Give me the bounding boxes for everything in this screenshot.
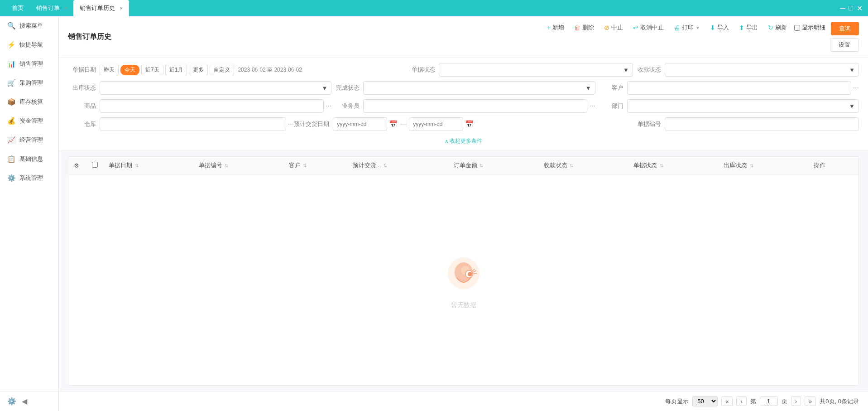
sort-doc-status-icon[interactable]: ⇅ — [660, 163, 663, 168]
select-outbound[interactable]: ▼ — [100, 81, 331, 95]
filter-row-2: 出库状态 ▼ 完成状态 ▼ 客户 ··· — [68, 81, 859, 95]
label-warehouse: 仓库 — [68, 120, 100, 128]
input-product[interactable] — [100, 99, 324, 113]
sidebar-item-inventory[interactable]: 📦 库存核算 — [0, 92, 58, 111]
date-btn-more[interactable]: 更多 — [189, 65, 208, 75]
sidebar-item-quick-nav[interactable]: ⚡ 快捷导航 — [0, 35, 58, 54]
export-icon: ⬆ — [739, 24, 744, 31]
th-doc-status-label: 单据状态 — [633, 162, 657, 169]
th-settings[interactable]: ⚙ — [68, 157, 86, 174]
select-dept[interactable]: ▼ — [627, 99, 859, 113]
input-doc-number[interactable] — [665, 117, 859, 131]
select-doc-status-arrow: ▼ — [623, 67, 629, 73]
th-payment-status[interactable]: 收款状态 ⇅ — [538, 157, 628, 174]
query-button[interactable]: 查询 — [831, 22, 859, 35]
th-date[interactable]: 单据日期 ⇅ — [103, 157, 193, 174]
date-btn-today[interactable]: 今天 — [120, 65, 139, 75]
collapse-filter-btn[interactable]: ∧ 收起更多条件 — [68, 135, 859, 147]
select-complete-arrow: ▼ — [585, 85, 591, 92]
th-outbound-status[interactable]: 出库状态 ⇅ — [718, 157, 808, 174]
th-amount[interactable]: 订单金额 ⇅ — [448, 157, 538, 174]
date-btn-custom[interactable]: 自定义 — [210, 65, 234, 75]
sidebar-item-search-menu[interactable]: 🔍 搜索菜单 — [0, 16, 58, 35]
next-page-btn[interactable]: › — [791, 396, 801, 406]
sidebar: 🔍 搜索菜单 ⚡ 快捷导航 📊 销售管理 🛒 采购管理 📦 库存核算 💰 资金管… — [0, 16, 59, 411]
filter-group-salesperson: 业务员 ··· — [331, 99, 595, 113]
sidebar-bottom: ⚙️ ◀ — [0, 391, 58, 411]
th-number[interactable]: 单据编号 ⇅ — [193, 157, 283, 174]
tab-sales-order[interactable]: 销售订单 × — [30, 0, 73, 16]
minimize-btn[interactable]: ─ — [840, 4, 845, 12]
sort-customer-icon[interactable]: ⇅ — [303, 163, 307, 168]
sidebar-bottom-collapse-icon[interactable]: ◀ — [22, 397, 27, 406]
sidebar-item-purchase-mgmt[interactable]: 🛒 采购管理 — [0, 73, 58, 92]
close-tab-sales-order[interactable]: × — [64, 5, 67, 11]
select-payment-status[interactable]: ▼ — [665, 63, 859, 77]
prev-page-btn[interactable]: ‹ — [736, 396, 746, 406]
stop-button[interactable]: ⊘ 中止 — [601, 22, 626, 34]
first-page-btn[interactable]: « — [721, 396, 733, 406]
calendar-icon-start[interactable]: 📅 — [389, 120, 398, 128]
customer-dots[interactable]: ··· — [853, 84, 859, 92]
th-action: 操作 — [808, 157, 858, 174]
select-all-checkbox[interactable] — [92, 162, 98, 168]
table-settings-icon[interactable]: ⚙ — [74, 162, 79, 169]
delivery-date-start[interactable] — [333, 117, 387, 131]
sidebar-bottom-settings-icon[interactable]: ⚙️ — [7, 397, 16, 406]
sort-amount-icon[interactable]: ⇅ — [480, 163, 483, 168]
input-warehouse[interactable] — [100, 117, 286, 131]
sort-outbound-icon[interactable]: ⇅ — [750, 163, 753, 168]
delivery-date-end[interactable] — [409, 117, 463, 131]
date-btn-1month[interactable]: 近1月 — [165, 65, 187, 75]
refresh-button[interactable]: ↻ 刷新 — [765, 22, 790, 34]
tab-home[interactable]: 首页 — [5, 0, 30, 16]
print-button[interactable]: 🖨 打印 ▼ — [671, 22, 703, 34]
date-btn-yesterday[interactable]: 昨天 — [100, 65, 119, 75]
sidebar-item-operations[interactable]: 📈 经营管理 — [0, 131, 58, 150]
product-dots[interactable]: ··· — [326, 102, 331, 110]
th-doc-status[interactable]: 单据状态 ⇅ — [628, 157, 718, 174]
show-detail-checkbox[interactable] — [794, 25, 800, 31]
sidebar-item-basic-info[interactable]: 📋 基础信息 — [0, 150, 58, 169]
date-btn-7days[interactable]: 近7天 — [141, 65, 163, 75]
sidebar-item-finance[interactable]: 💰 资金管理 — [0, 111, 58, 131]
th-customer[interactable]: 客户 ⇅ — [283, 157, 347, 174]
delete-button[interactable]: 🗑 删除 — [571, 22, 597, 34]
sort-delivery-icon[interactable]: ⇅ — [384, 163, 387, 168]
add-button[interactable]: + 新增 — [544, 22, 567, 34]
select-doc-status[interactable]: ▼ — [439, 63, 633, 77]
filter-row-3: 商品 ··· 业务员 ··· 部门 ▼ — [68, 99, 859, 113]
page-size-select[interactable]: 10 20 50 100 — [692, 396, 718, 406]
warehouse-dots[interactable]: ··· — [288, 120, 294, 128]
sort-payment-status-icon[interactable]: ⇅ — [570, 163, 573, 168]
close-tab-sales-order-history[interactable]: × — [120, 5, 122, 11]
export-button[interactable]: ⬆ 导出 — [736, 22, 761, 34]
calendar-icon-end[interactable]: 📅 — [465, 120, 474, 128]
close-btn-window[interactable]: ✕ — [857, 4, 863, 13]
sort-number-icon[interactable]: ⇅ — [225, 163, 228, 168]
th-delivery[interactable]: 预计交货... ⇅ — [347, 157, 448, 174]
date-quick-btns: 昨天 今天 近7天 近1月 更多 自定义 — [100, 65, 234, 75]
delete-icon: 🗑 — [574, 24, 580, 31]
page-number-input[interactable] — [760, 396, 778, 406]
salesperson-dots[interactable]: ··· — [589, 102, 595, 110]
th-checkbox[interactable] — [86, 157, 103, 174]
sort-date-icon[interactable]: ⇅ — [135, 163, 139, 168]
th-date-label: 单据日期 — [109, 162, 132, 169]
tab-sales-order-history[interactable]: 销售订单历史 × — [73, 0, 129, 16]
maximize-btn[interactable]: □ — [849, 4, 853, 12]
input-salesperson[interactable] — [363, 99, 587, 113]
sidebar-item-sales-mgmt[interactable]: 📊 销售管理 — [0, 54, 58, 73]
import-button[interactable]: ⬇ 导入 — [707, 22, 732, 34]
last-page-btn[interactable]: » — [805, 396, 816, 406]
select-complete[interactable]: ▼ — [363, 81, 595, 95]
page-label: 第 — [750, 397, 756, 406]
input-customer[interactable] — [627, 81, 851, 95]
th-number-label: 单据编号 — [199, 162, 222, 169]
label-customer: 客户 — [595, 84, 627, 92]
cancel-stop-button[interactable]: ↩ 取消中止 — [630, 22, 667, 34]
label-complete: 完成状态 — [331, 84, 363, 92]
setting-button[interactable]: 设置 — [830, 38, 859, 52]
toolbar-right: 查询 设置 — [830, 22, 859, 52]
sidebar-item-system[interactable]: ⚙️ 系统管理 — [0, 169, 58, 188]
